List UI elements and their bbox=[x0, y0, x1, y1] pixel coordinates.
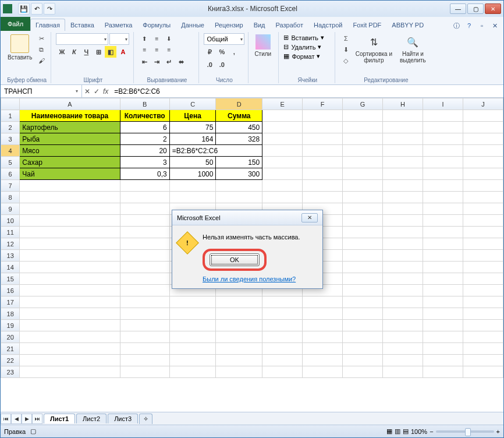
new-sheet-button[interactable]: ✧ bbox=[139, 414, 152, 424]
cell[interactable] bbox=[343, 145, 383, 157]
cell[interactable] bbox=[383, 308, 423, 320]
cell[interactable] bbox=[303, 296, 343, 308]
cell[interactable] bbox=[383, 355, 423, 366]
row-header[interactable]: 16 bbox=[1, 285, 20, 296]
col-header-g[interactable]: G bbox=[343, 98, 383, 110]
cell[interactable] bbox=[169, 180, 216, 192]
cell[interactable] bbox=[423, 180, 463, 192]
align-center-button[interactable]: ≡ bbox=[151, 44, 162, 55]
col-header-j[interactable]: J bbox=[463, 98, 503, 110]
cell[interactable] bbox=[423, 273, 463, 285]
feedback-link[interactable]: Были ли сведения полезными? bbox=[203, 275, 296, 282]
increase-decimal-button[interactable]: .0 bbox=[204, 59, 215, 70]
cell[interactable] bbox=[463, 180, 503, 192]
cell[interactable] bbox=[383, 285, 423, 296]
fill-button[interactable]: ⬇ bbox=[340, 44, 352, 55]
cell[interactable] bbox=[343, 157, 383, 168]
cell[interactable] bbox=[20, 203, 120, 215]
tab-foxit[interactable]: Foxit PDF bbox=[347, 19, 386, 31]
cell[interactable] bbox=[169, 343, 216, 355]
row-header[interactable]: 5 bbox=[1, 157, 20, 168]
cell[interactable] bbox=[463, 320, 503, 331]
align-left-button[interactable]: ≡ bbox=[139, 44, 150, 55]
format-painter-button[interactable]: 🖌 bbox=[36, 55, 47, 66]
cell[interactable] bbox=[120, 273, 169, 285]
tab-addins[interactable]: Надстрой bbox=[308, 19, 347, 31]
cell[interactable] bbox=[463, 157, 503, 168]
cell[interactable] bbox=[423, 238, 463, 250]
sheet-nav-next[interactable]: ▶ bbox=[22, 414, 32, 424]
header-qty[interactable]: Количество bbox=[120, 110, 169, 122]
data-sum[interactable]: 328 bbox=[216, 133, 262, 145]
cell[interactable] bbox=[169, 308, 216, 320]
window-close-icon[interactable]: ✕ bbox=[489, 20, 500, 31]
merge-button[interactable]: ⬌ bbox=[175, 56, 187, 68]
sheet-tab-2[interactable]: Лист2 bbox=[76, 414, 107, 423]
find-select-button[interactable]: 🔍 Найти и выделить bbox=[396, 33, 430, 65]
row-header[interactable]: 10 bbox=[1, 215, 20, 227]
cell[interactable] bbox=[20, 192, 120, 203]
cell[interactable] bbox=[463, 250, 503, 262]
cell[interactable] bbox=[303, 355, 343, 366]
cell[interactable] bbox=[169, 296, 216, 308]
sheet-nav-last[interactable]: ⏭ bbox=[32, 414, 42, 424]
cell[interactable] bbox=[120, 203, 169, 215]
cell[interactable] bbox=[120, 227, 169, 238]
tab-insert[interactable]: Вставка bbox=[65, 19, 100, 31]
select-all-corner[interactable] bbox=[1, 98, 20, 110]
cell[interactable] bbox=[383, 180, 423, 192]
cell[interactable] bbox=[383, 273, 423, 285]
formula-enter-icon[interactable]: ✓ bbox=[94, 87, 100, 96]
header-price[interactable]: Цена bbox=[169, 110, 216, 122]
cell[interactable] bbox=[423, 262, 463, 273]
cell[interactable] bbox=[463, 238, 503, 250]
bold-button[interactable]: Ж bbox=[56, 46, 68, 58]
cell[interactable] bbox=[303, 308, 343, 320]
cell[interactable] bbox=[262, 180, 303, 192]
cell[interactable] bbox=[383, 110, 423, 122]
indent-decrease-button[interactable]: ⇤ bbox=[139, 56, 150, 68]
row-header[interactable]: 11 bbox=[1, 227, 20, 238]
cell[interactable] bbox=[120, 180, 169, 192]
cells-insert-button[interactable]: ⊞ Вставить ▾ bbox=[283, 33, 324, 42]
cell[interactable] bbox=[343, 296, 383, 308]
ribbon-minimize-icon[interactable]: ⓘ bbox=[451, 20, 462, 31]
close-button[interactable]: ✕ bbox=[485, 3, 501, 14]
cell[interactable] bbox=[423, 215, 463, 227]
col-header-a[interactable]: A bbox=[20, 98, 120, 110]
decrease-decimal-button[interactable]: .0 bbox=[216, 59, 228, 70]
cell[interactable] bbox=[20, 273, 120, 285]
data-sum[interactable]: 450 bbox=[216, 122, 262, 133]
cell[interactable] bbox=[169, 192, 216, 203]
comma-button[interactable]: , bbox=[228, 46, 240, 58]
cell[interactable] bbox=[423, 168, 463, 180]
tab-review[interactable]: Рецензир bbox=[210, 19, 249, 31]
name-box[interactable]: ТРАНСП bbox=[1, 85, 82, 97]
data-sum[interactable]: 300 bbox=[216, 168, 262, 180]
row-header[interactable]: 17 bbox=[1, 296, 20, 308]
cell[interactable] bbox=[423, 355, 463, 366]
cell[interactable] bbox=[383, 122, 423, 133]
cell[interactable] bbox=[383, 168, 423, 180]
cell[interactable] bbox=[262, 168, 303, 180]
cell[interactable] bbox=[120, 285, 169, 296]
cell[interactable] bbox=[262, 110, 303, 122]
cell[interactable] bbox=[383, 145, 423, 157]
sheet-nav-first[interactable]: ⏮ bbox=[1, 414, 11, 424]
cell[interactable] bbox=[169, 355, 216, 366]
cell[interactable] bbox=[463, 192, 503, 203]
fill-color-button[interactable]: ◧ bbox=[105, 46, 116, 58]
cell[interactable] bbox=[423, 122, 463, 133]
ok-button[interactable]: OK bbox=[210, 253, 260, 266]
cell[interactable] bbox=[169, 331, 216, 343]
cell[interactable] bbox=[303, 192, 343, 203]
align-bottom-button[interactable]: ⬇ bbox=[163, 33, 175, 44]
cell[interactable] bbox=[343, 250, 383, 262]
cell[interactable] bbox=[463, 262, 503, 273]
cell[interactable] bbox=[120, 366, 169, 378]
tab-data[interactable]: Данные bbox=[176, 19, 210, 31]
cell[interactable] bbox=[423, 203, 463, 215]
cell[interactable] bbox=[20, 296, 120, 308]
cell[interactable] bbox=[463, 227, 503, 238]
cell[interactable] bbox=[343, 262, 383, 273]
